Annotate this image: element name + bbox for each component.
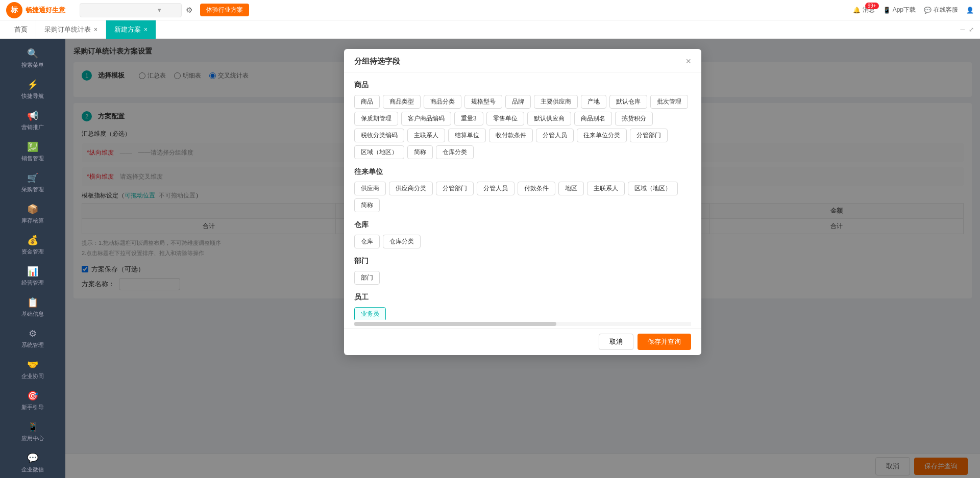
tab-purchase-stats-close[interactable]: × (94, 26, 97, 33)
field-tag-supplier[interactable]: 供应商 (354, 182, 386, 195)
field-tag-short-name2[interactable]: 简称 (354, 198, 380, 212)
field-tag-pick-points[interactable]: 拣货积分 (615, 112, 653, 125)
section-goods-tags: 商品 商品类型 商品分类 规格型号 品牌 主要供应商 产地 默认仓库 批次管理 … (354, 95, 691, 159)
user-avatar[interactable]: 👤 (966, 7, 974, 14)
sales-icon: 💹 (27, 141, 38, 153)
app-download-label: App下载 (893, 6, 916, 14)
section-goods: 商品 商品 商品类型 商品分类 规格型号 品牌 主要供应商 产地 默认仓库 批次… (354, 81, 691, 159)
section-counterpart-title: 往来单位 (354, 167, 691, 177)
notification-badge: 99+ (865, 3, 879, 9)
tab-new-plan[interactable]: 新建方案 × (106, 20, 156, 39)
section-warehouse: 仓库 仓库 仓库分类 (354, 220, 691, 248)
tab-home[interactable]: 首页 (6, 20, 36, 39)
field-tag-warehouse-category[interactable]: 仓库分类 (436, 145, 474, 159)
sidebar-label-inventory: 库存核算 (21, 217, 44, 224)
tab-expand-btn[interactable]: ⤢ (969, 26, 974, 33)
search-input[interactable] (84, 7, 156, 14)
sidebar-item-weixin[interactable]: 💬 企业微信 (0, 447, 65, 478)
dialog-close-button[interactable]: × (685, 56, 691, 67)
download-icon: 📱 (883, 7, 891, 14)
sidebar-item-app-center[interactable]: 📱 应用中心 (0, 416, 65, 447)
field-tag-origin[interactable]: 产地 (581, 95, 606, 109)
field-tag-manager[interactable]: 分管人员 (536, 129, 574, 142)
sidebar-item-marketing[interactable]: 📢 营销推广 (0, 105, 65, 136)
section-employee-tags: 业务员 (354, 307, 691, 320)
field-tag-spec[interactable]: 规格型号 (464, 95, 502, 109)
sidebar-label-sales: 销售管理 (21, 155, 44, 162)
field-tag-region-goods[interactable]: 区域（地区） (354, 145, 404, 159)
tab-new-plan-close[interactable]: × (144, 26, 148, 33)
field-tag-goods[interactable]: 商品 (354, 95, 380, 109)
dialog-h-scrollbar-thumb[interactable] (354, 322, 556, 326)
field-tag-customer-code[interactable]: 客户商品编码 (401, 112, 451, 125)
tab-purchase-stats-label: 采购订单统计表 (44, 25, 91, 34)
field-tag-pay-terms[interactable]: 付款条件 (518, 182, 555, 195)
dialog-scrollbar-wrap (344, 320, 701, 328)
dialog-header: 分组待选字段 × (344, 49, 701, 72)
dialog-confirm-button[interactable]: 保存并查询 (638, 334, 691, 350)
sidebar-item-guide[interactable]: 🎯 新手引导 (0, 385, 65, 416)
main-layout: 🔍 搜索菜单 ⚡ 快捷导航 📢 营销推广 💹 销售管理 🛒 采购管理 📦 库存核… (0, 39, 980, 478)
field-tag-dept2[interactable]: 分管部门 (436, 182, 474, 195)
field-tag-partner-category[interactable]: 往来单位分类 (577, 129, 627, 142)
sidebar-item-purchase[interactable]: 🛒 采购管理 (0, 167, 65, 198)
chevron-down-icon: ▾ (158, 6, 161, 14)
field-tag-brand[interactable]: 品牌 (505, 95, 531, 109)
sidebar-label-marketing: 营销推广 (21, 123, 44, 131)
app-download-item[interactable]: 📱 App下载 (883, 6, 916, 14)
gear-button[interactable]: ⚙ (182, 3, 196, 17)
field-tag-region-counterpart[interactable]: 区域（地区） (628, 182, 678, 195)
sidebar-item-sales[interactable]: 💹 销售管理 (0, 136, 65, 167)
field-tag-default-warehouse[interactable]: 默认仓库 (609, 95, 647, 109)
field-tag-default-supplier[interactable]: 默认供应商 (527, 112, 571, 125)
sidebar-item-system[interactable]: ⚙ 系统管理 (0, 323, 65, 354)
field-tag-settlement-unit[interactable]: 结算单位 (448, 129, 486, 142)
field-tag-contact[interactable]: 主联系人 (407, 129, 445, 142)
purchase-icon: 🛒 (27, 172, 38, 184)
lightning-icon: ⚡ (27, 79, 38, 90)
sidebar-item-operation[interactable]: 📊 经营管理 (0, 261, 65, 292)
field-tag-goods-type[interactable]: 商品类型 (383, 95, 421, 109)
section-warehouse-tags: 仓库 仓库分类 (354, 235, 691, 248)
tab-home-label: 首页 (14, 25, 28, 34)
field-tag-warehouse[interactable]: 仓库 (354, 235, 380, 248)
tab-minimize-btn[interactable]: ─ (960, 26, 965, 33)
field-tag-tax-code[interactable]: 税收分类编码 (354, 129, 404, 142)
sidebar-label-basic: 基础信息 (21, 310, 44, 318)
field-tag-salesman[interactable]: 业务员 (354, 307, 386, 320)
tabbar: 首页 采购订单统计表 × 新建方案 × ─ ⤢ (0, 20, 980, 39)
tabbar-end: ─ ⤢ (960, 26, 974, 33)
sidebar-label-search-menu: 搜索菜单 (21, 61, 44, 69)
field-tag-warehouse-cat[interactable]: 仓库分类 (383, 235, 421, 248)
sidebar-item-basic[interactable]: 📋 基础信息 (0, 292, 65, 323)
field-tag-payment-terms[interactable]: 收付款条件 (489, 129, 533, 142)
field-tag-weight[interactable]: 重量3 (454, 112, 483, 125)
field-tag-short-name[interactable]: 简称 (407, 145, 433, 159)
experience-btn[interactable]: 体验行业方案 (200, 4, 249, 16)
field-tag-area[interactable]: 地区 (558, 182, 584, 195)
field-tag-batch[interactable]: 批次管理 (650, 95, 688, 109)
dialog-h-scrollbar[interactable] (354, 322, 691, 326)
online-service-item[interactable]: 💬 在线客服 (924, 6, 958, 14)
field-tag-goods-category[interactable]: 商品分类 (424, 95, 461, 109)
dialog-cancel-button[interactable]: 取消 (599, 334, 633, 350)
field-tag-main-contact[interactable]: 主联系人 (587, 182, 625, 195)
field-tag-manager2[interactable]: 分管人员 (477, 182, 514, 195)
sidebar-label-app-center: 应用中心 (21, 435, 44, 442)
field-tag-supplier-category[interactable]: 供应商分类 (389, 182, 433, 195)
search-bar[interactable]: ▾ (80, 3, 182, 17)
tab-purchase-stats[interactable]: 采购订单统计表 × (36, 20, 106, 39)
field-tag-retail-unit[interactable]: 零售单位 (486, 112, 524, 125)
field-tag-department[interactable]: 部门 (354, 271, 380, 285)
sidebar-item-inventory[interactable]: 📦 库存核算 (0, 198, 65, 230)
field-tag-expiry[interactable]: 保质期管理 (354, 112, 398, 125)
notification-item[interactable]: 🔔 消息 99+ (853, 6, 875, 14)
field-tag-dept[interactable]: 分管部门 (630, 129, 668, 142)
field-tag-alias[interactable]: 商品别名 (574, 112, 612, 125)
sidebar-item-quick-nav[interactable]: ⚡ 快捷导航 (0, 74, 65, 105)
sidebar-item-search-menu[interactable]: 🔍 搜索菜单 (0, 43, 65, 74)
sidebar-item-cooperation[interactable]: 🤝 企业协同 (0, 354, 65, 385)
field-tag-main-supplier[interactable]: 主要供应商 (534, 95, 578, 109)
sidebar-item-finance[interactable]: 💰 资金管理 (0, 230, 65, 261)
section-counterpart: 往来单位 供应商 供应商分类 分管部门 分管人员 付款条件 地区 主联系人 区域… (354, 167, 691, 212)
